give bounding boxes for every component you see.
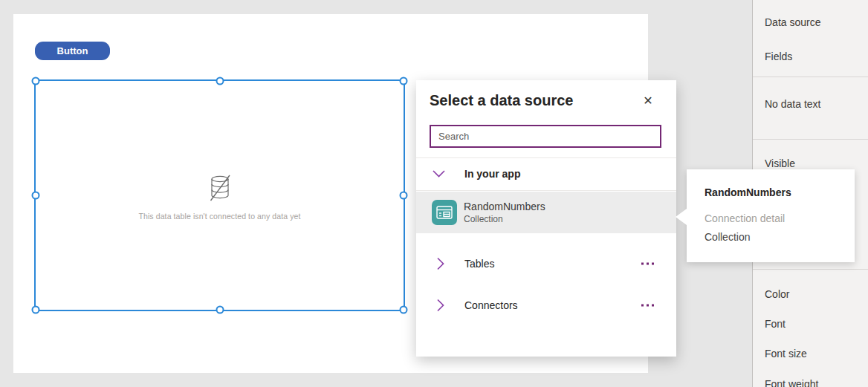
data-source-item-randomnumbers[interactable]: RandomNumbers Collection [416, 192, 676, 233]
property-label: Fields [765, 51, 792, 62]
selection-handle-top-left[interactable] [32, 77, 40, 85]
divider [753, 77, 868, 77]
divider [753, 139, 868, 140]
group-label: In your app [464, 168, 520, 180]
data-source-tooltip: RandomNumbers Connection detail Collecti… [687, 169, 855, 262]
selection-handle-bottom-left[interactable] [32, 306, 40, 314]
group-connectors[interactable]: Connectors [416, 287, 676, 324]
group-tables[interactable]: Tables [416, 245, 676, 282]
property-row-no-data-text[interactable]: No data text [753, 95, 868, 113]
selection-handle-bottom-middle[interactable] [216, 306, 224, 314]
database-slash-icon [207, 173, 233, 206]
tooltip-field-value: Collection [705, 231, 750, 243]
tooltip-beak [676, 209, 687, 225]
property-label: Font [765, 318, 786, 330]
property-label: Font size [765, 348, 807, 360]
group-in-your-app[interactable]: In your app [416, 157, 676, 190]
collection-icon [432, 200, 457, 225]
selection-handle-bottom-right[interactable] [400, 306, 408, 314]
selection-handle-top-middle[interactable] [216, 77, 224, 85]
property-label: Font weight [765, 378, 818, 387]
property-row-fields[interactable]: Fields [753, 48, 868, 65]
select-data-source-dialog: Select a data source ✕ In your app Rando… [416, 80, 676, 357]
group-label: Connectors [464, 299, 518, 311]
property-row-font-weight[interactable]: Font weight [753, 375, 868, 387]
property-row-font[interactable]: Font [753, 315, 868, 333]
more-options-icon[interactable] [638, 260, 657, 268]
close-icon[interactable]: ✕ [639, 92, 657, 110]
more-options-icon[interactable] [638, 302, 657, 310]
canvas-button-control[interactable]: Button [35, 42, 110, 60]
search-input[interactable] [430, 125, 661, 148]
group-label: Tables [464, 258, 494, 270]
dialog-title: Select a data source [430, 92, 573, 109]
chevron-down-icon[interactable] [433, 170, 445, 178]
property-label: Data source [765, 16, 820, 28]
property-row-data-source[interactable]: Data source [753, 13, 868, 31]
data-table-control[interactable]: This data table isn't connected to any d… [34, 79, 405, 311]
data-source-type: Collection [464, 214, 545, 224]
divider [416, 190, 676, 191]
selection-handle-top-right[interactable] [400, 77, 408, 85]
chevron-right-icon[interactable] [437, 299, 444, 312]
property-row-color[interactable]: Color [753, 285, 868, 303]
data-source-name: RandomNumbers [464, 201, 545, 213]
tooltip-field-label: Connection detail [705, 212, 785, 224]
data-table-empty-state: This data table isn't connected to any d… [36, 173, 404, 221]
property-label: No data text [765, 98, 821, 110]
chevron-right-icon[interactable] [437, 258, 444, 270]
property-row-font-size[interactable]: Font size [753, 345, 868, 362]
property-label: Visible [765, 157, 795, 169]
property-label: Color [765, 288, 789, 300]
tooltip-title: RandomNumbers [705, 186, 791, 198]
data-table-empty-text: This data table isn't connected to any d… [138, 212, 300, 221]
divider [753, 269, 868, 270]
